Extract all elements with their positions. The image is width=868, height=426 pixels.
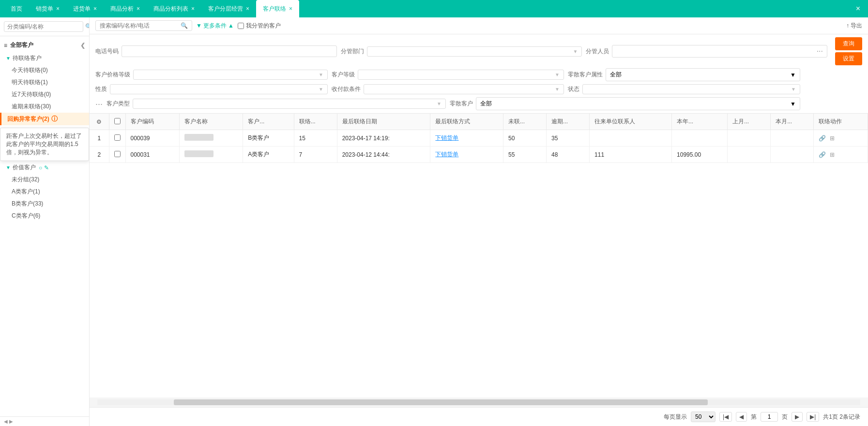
sidebar-item-7days-contact[interactable]: 近7天待联络(0) — [0, 88, 89, 101]
filter-row-2: 客户价格等级 ▼ 客户等级 ▼ 零散客户属性 全部 — [95, 68, 862, 81]
link-method2[interactable]: 下销货单 — [435, 151, 458, 158]
close-icon[interactable]: × — [191, 5, 195, 12]
nav-customer-segmentation[interactable]: 客户分层经营 × — [201, 0, 256, 17]
td-last-date2: 2023-04-12 14:44: — [337, 147, 430, 163]
chevron-down-icon7: ▼ — [791, 87, 796, 92]
link-method[interactable]: 下销货单 — [435, 134, 458, 141]
more-dots-button[interactable]: ··· — [95, 100, 103, 108]
data-table: ⚙ 客户编码 客户名称 客户... 联络... 最后联络日期 最后联络方式 未联… — [90, 114, 868, 163]
search-input[interactable] — [100, 22, 181, 29]
close-icon[interactable]: × — [289, 5, 292, 12]
row-checkbox[interactable] — [114, 134, 121, 141]
grid-action-icon2[interactable]: ⊞ — [830, 151, 835, 158]
more-conditions-button[interactable]: ▼ 更多条件 ▲ — [196, 22, 234, 30]
th-last-method: 最后联络方式 — [430, 114, 503, 130]
th-code: 客户编码 — [125, 114, 180, 130]
sidebar-item-tomorrow-contact[interactable]: 明天待联络(1) — [0, 76, 89, 88]
link-action-icon2[interactable]: 🔗 — [819, 151, 826, 158]
nav-sales-order[interactable]: 销货单 × — [29, 0, 66, 17]
grid-action-icon[interactable]: ⊞ — [830, 135, 835, 142]
td-type: B类客户 — [243, 130, 294, 147]
sidebar-search-input[interactable] — [4, 21, 83, 32]
td-index: 1 — [90, 130, 109, 147]
page-size-select[interactable]: 50 20 100 — [691, 411, 716, 422]
dept-select[interactable]: ▼ — [367, 46, 582, 57]
query-button[interactable]: 查询 — [835, 37, 862, 50]
sidebar-all-customers[interactable]: ≡ 全部客户 ❮ — [0, 38, 89, 52]
last-page-button[interactable]: ▶| — [807, 412, 819, 422]
close-icon[interactable]: × — [93, 5, 97, 12]
my-customers-checkbox[interactable] — [238, 23, 244, 29]
td-checkbox[interactable] — [109, 130, 125, 147]
chevron-down-icon4: ▼ — [790, 72, 796, 78]
collapse-icon[interactable]: ❮ — [80, 42, 85, 49]
scrollbar-thumb[interactable] — [174, 399, 708, 405]
nav-home[interactable]: 首页 — [4, 0, 29, 17]
circle-icon[interactable]: ○ — [39, 164, 42, 171]
link-action-icon[interactable]: 🔗 — [819, 135, 826, 142]
nav-product-analysis-list[interactable]: 商品分析列表 × — [147, 0, 201, 17]
td-checkbox2[interactable] — [109, 147, 125, 163]
close-icon[interactable]: × — [246, 5, 249, 12]
chevron-down-icon9: ▼ — [790, 101, 796, 107]
edit-icon[interactable]: ✎ — [44, 164, 49, 171]
sidebar-item-repurchase-anomaly[interactable]: 回购异常客户(2) ⓘ — [0, 113, 89, 125]
sidebar-item-today-contact[interactable]: 今天待联络(0) — [0, 64, 89, 76]
row-checkbox2[interactable] — [114, 151, 121, 157]
prev-page-button[interactable]: ◀ — [736, 412, 747, 422]
th-settings[interactable]: ⚙ — [90, 114, 109, 130]
page-number-input[interactable] — [761, 412, 778, 422]
table-row: 1 000039 B类客户 15 2023-04-17 14:19: 下销货单 … — [90, 130, 868, 147]
info-icon[interactable]: ⓘ — [51, 115, 58, 123]
sidebar-item-class-b[interactable]: B类客户(33) — [0, 198, 89, 210]
td-contact-person — [590, 130, 672, 147]
export-button[interactable]: ↑ 导出 — [846, 22, 862, 30]
td-this-month2 — [771, 147, 814, 163]
th-type: 客户... — [243, 114, 294, 130]
status-select[interactable]: ▼ — [582, 84, 800, 94]
price-level-select[interactable]: ▼ — [133, 70, 328, 80]
arrow-icon2: ▼ — [6, 165, 11, 170]
table-row: 2 000031 A类客户 7 2023-04-12 14:44: 下销货单 5… — [90, 147, 868, 163]
th-not-contacted: 未联... — [503, 114, 546, 130]
payment-select[interactable]: ▼ — [364, 84, 564, 94]
nav-customer-contact[interactable]: 客户联络 × — [256, 0, 299, 17]
set-button[interactable]: 设置 — [835, 52, 862, 65]
field-price-level: 客户价格等级 ▼ — [95, 70, 328, 80]
phone-input[interactable] — [122, 45, 337, 57]
nav-purchase-order[interactable]: 进货单 × — [66, 0, 104, 17]
td-action: 🔗 ⊞ — [814, 130, 868, 147]
chevron-down-icon3: ▼ — [555, 72, 560, 77]
th-this-month: 本月... — [771, 114, 814, 130]
tooltip: 距客户上次交易时长，超过了此客户的平均交易周期的1.5倍，则视为异常。 — [0, 128, 89, 161]
th-checkbox[interactable] — [109, 114, 125, 130]
next-page-button[interactable]: ▶ — [792, 412, 803, 422]
select-all-checkbox[interactable] — [114, 118, 121, 124]
close-icon[interactable]: × — [137, 5, 140, 12]
close-icon[interactable]: × — [56, 5, 60, 12]
search-wrap: 🔍 — [95, 20, 192, 31]
customer-type-select[interactable]: ▼ — [133, 99, 446, 109]
search-icon[interactable]: 🔍 — [181, 22, 188, 29]
sidebar-scroll-arrows[interactable]: ◀ ▶ — [4, 419, 13, 424]
td-code: 000039 — [125, 130, 180, 147]
action-icons2: 🔗 ⊞ — [819, 151, 863, 158]
search-icon[interactable]: 🔍 — [85, 23, 90, 30]
sidebar-item-class-c[interactable]: C类客户(6) — [0, 210, 89, 222]
first-page-button[interactable]: |◀ — [719, 412, 732, 422]
retail-customer-select[interactable]: 全部 ▼ — [476, 97, 800, 110]
th-last-date: 最后联络日期 — [337, 114, 430, 130]
table-area: ⚙ 客户编码 客户名称 客户... 联络... 最后联络日期 最后联络方式 未联… — [90, 114, 868, 397]
nature-select[interactable]: ▼ — [110, 84, 328, 94]
td-contact-person2: 111 — [590, 147, 672, 163]
sidebar-item-class-a[interactable]: A类客户(1) — [0, 186, 89, 198]
horizontal-scrollbar[interactable] — [97, 399, 860, 405]
sidebar-group-waiting[interactable]: ▼ 待联络客户 — [0, 52, 89, 64]
nav-product-analysis[interactable]: 商品分析 × — [104, 0, 147, 17]
customer-level-select[interactable]: ▼ — [358, 70, 564, 80]
sidebar-item-unclassified[interactable]: 未分组(32) — [0, 174, 89, 186]
sidebar-item-overdue-contact[interactable]: 逾期未联络(30) — [0, 101, 89, 113]
person-select[interactable]: ··· — [612, 45, 827, 58]
close-all-icon[interactable]: × — [856, 4, 860, 13]
retail-attr-select[interactable]: 全部 ▼ — [606, 68, 800, 81]
